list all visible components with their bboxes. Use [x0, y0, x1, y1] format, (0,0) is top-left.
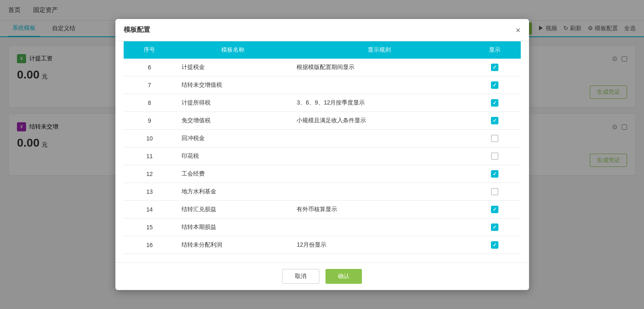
row-check-cell-2 [469, 94, 521, 112]
row-name-1: 结转未交增值税 [175, 76, 290, 94]
col-header-name: 模板名称 [175, 41, 290, 59]
row-checkbox-6[interactable] [491, 170, 498, 178]
row-rule-3: 小规模且满足收入条件显示 [290, 112, 468, 130]
table-row: 15结转本期损益 [124, 219, 521, 236]
row-name-8: 结转汇兑损益 [175, 201, 290, 219]
modal-close-button[interactable]: × [516, 26, 521, 34]
row-name-6: 工会经费 [175, 165, 290, 183]
row-name-2: 计提所得税 [175, 94, 290, 112]
row-check-cell-1 [469, 76, 521, 94]
table-row: 16结转未分配利润12月份显示 [124, 236, 521, 254]
table-row: 11印花税 [124, 147, 521, 165]
row-rule-1 [290, 76, 468, 94]
row-check-cell-0 [469, 59, 521, 76]
row-name-9: 结转本期损益 [175, 219, 290, 236]
table-row: 8计提所得税3、6、9、12月按季度显示 [124, 94, 521, 112]
table-wrap: 序号 模板名称 显示规则 显示 6计提税金根据模版配置期间显示7结转未交增值税8… [124, 41, 521, 254]
row-index-3: 9 [124, 112, 176, 130]
table-row: 10回冲税金 [124, 130, 521, 147]
row-name-7: 地方水利基金 [175, 183, 290, 201]
row-name-3: 免交增值税 [175, 112, 290, 130]
row-index-2: 8 [124, 94, 176, 112]
row-index-4: 10 [124, 130, 176, 147]
modal-title: 模板配置 [124, 26, 150, 34]
row-checkbox-9[interactable] [491, 223, 498, 231]
row-checkbox-3[interactable] [491, 117, 498, 124]
row-index-10: 16 [124, 236, 176, 254]
modal-template-config: 模板配置 × 序号 模板名称 显示规则 显示 6计提税金根据模版配置期间显 [115, 19, 529, 290]
table-header: 序号 模板名称 显示规则 显示 [124, 41, 521, 59]
col-header-rule: 显示规则 [290, 41, 468, 59]
row-name-5: 印花税 [175, 147, 290, 165]
row-check-cell-6 [469, 165, 521, 183]
row-name-0: 计提税金 [175, 59, 290, 76]
row-checkbox-8[interactable] [491, 206, 498, 213]
row-index-6: 12 [124, 165, 176, 183]
row-checkbox-2[interactable] [491, 99, 498, 107]
row-name-4: 回冲税金 [175, 130, 290, 147]
row-check-cell-4 [469, 130, 521, 147]
row-checkbox-7[interactable] [491, 188, 498, 195]
table-row: 12工会经费 [124, 165, 521, 183]
table-row: 13地方水利基金 [124, 183, 521, 201]
row-rule-9 [290, 219, 468, 236]
row-rule-2: 3、6、9、12月按季度显示 [290, 94, 468, 112]
modal-header: 模板配置 × [115, 19, 529, 41]
col-header-index: 序号 [124, 41, 176, 59]
table-row: 14结转汇兑损益有外币核算显示 [124, 201, 521, 219]
row-checkbox-0[interactable] [491, 64, 498, 71]
row-checkbox-10[interactable] [491, 241, 498, 249]
row-check-cell-8 [469, 201, 521, 219]
row-name-10: 结转未分配利润 [175, 236, 290, 254]
row-rule-0: 根据模版配置期间显示 [290, 59, 468, 76]
config-table: 序号 模板名称 显示规则 显示 6计提税金根据模版配置期间显示7结转未交增值税8… [124, 41, 521, 254]
confirm-button[interactable]: 确认 [326, 269, 362, 284]
row-check-cell-9 [469, 219, 521, 236]
row-index-9: 15 [124, 219, 176, 236]
table-row: 6计提税金根据模版配置期间显示 [124, 59, 521, 76]
row-index-7: 13 [124, 183, 176, 201]
row-check-cell-3 [469, 112, 521, 130]
row-checkbox-4[interactable] [491, 135, 498, 142]
modal-body: 序号 模板名称 显示规则 显示 6计提税金根据模版配置期间显示7结转未交增值税8… [115, 41, 529, 262]
row-check-cell-10 [469, 236, 521, 254]
modal-footer: 取消 确认 [115, 262, 529, 290]
row-check-cell-5 [469, 147, 521, 165]
row-index-1: 7 [124, 76, 176, 94]
cancel-button[interactable]: 取消 [282, 269, 319, 284]
row-rule-7 [290, 183, 468, 201]
row-index-0: 6 [124, 59, 176, 76]
table-row: 9免交增值税小规模且满足收入条件显示 [124, 112, 521, 130]
row-rule-8: 有外币核算显示 [290, 201, 468, 219]
row-checkbox-5[interactable] [491, 152, 498, 160]
row-rule-5 [290, 147, 468, 165]
row-rule-6 [290, 165, 468, 183]
table-row: 7结转未交增值税 [124, 76, 521, 94]
modal-overlay: 模板配置 × 序号 模板名称 显示规则 显示 6计提税金根据模版配置期间显 [0, 0, 644, 309]
col-header-display: 显示 [469, 41, 521, 59]
row-checkbox-1[interactable] [491, 81, 498, 89]
table-body: 6计提税金根据模版配置期间显示7结转未交增值税8计提所得税3、6、9、12月按季… [124, 59, 521, 254]
row-check-cell-7 [469, 183, 521, 201]
row-index-5: 11 [124, 147, 176, 165]
row-index-8: 14 [124, 201, 176, 219]
row-rule-4 [290, 130, 468, 147]
row-rule-10: 12月份显示 [290, 236, 468, 254]
